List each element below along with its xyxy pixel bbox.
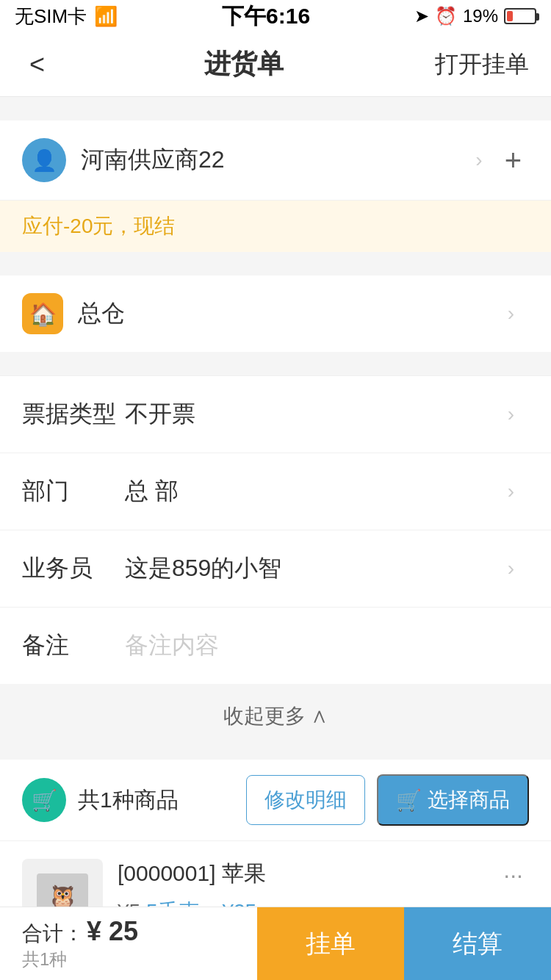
edit-detail-button[interactable]: 修改明细 xyxy=(246,775,365,825)
total-amount: ¥ 25 xyxy=(87,916,138,947)
warehouse-section: 🏠 总仓 › xyxy=(0,275,551,352)
battery-text: 19% xyxy=(463,6,498,26)
product-code: [0000001] xyxy=(118,861,215,885)
total-count: 共1种 xyxy=(22,948,235,971)
hang-button[interactable]: 挂单 xyxy=(257,907,404,981)
supplier-section: 👤 河南供应商22 › + 应付-20元，现结 xyxy=(0,120,551,252)
invoice-label: 票据类型 xyxy=(22,398,125,430)
collapse-button[interactable]: 收起更多 ∧ xyxy=(0,685,551,748)
add-button[interactable]: + xyxy=(497,144,529,177)
product-count: 共1种商品 xyxy=(78,785,234,815)
supplier-name: 河南供应商22 xyxy=(81,144,475,176)
location-icon: ➤ xyxy=(414,6,429,26)
total-label: 合计： xyxy=(22,920,84,948)
open-pending-button[interactable]: 打开挂单 xyxy=(435,48,529,81)
product-header: 🛒 共1种商品 修改明细 🛒 选择商品 xyxy=(0,760,551,840)
bottom-bar: 合计： ¥ 25 共1种 挂单 结算 xyxy=(0,907,551,980)
status-time: 下午6:16 xyxy=(222,1,310,32)
warehouse-chevron-icon: › xyxy=(508,302,514,325)
remark-label: 备注 xyxy=(22,630,125,662)
nav-bar: < 进货单 打开挂单 xyxy=(0,32,551,97)
divider-3 xyxy=(0,352,551,364)
invoice-value: 不开票 xyxy=(125,398,508,430)
warehouse-name: 总仓 xyxy=(78,298,508,330)
product-icon: 🛒 xyxy=(22,778,66,822)
product-name: [0000001] 苹果 xyxy=(118,859,483,889)
select-product-button[interactable]: 🛒 选择商品 xyxy=(377,774,529,826)
divider-1 xyxy=(0,97,551,109)
status-right: ➤ ⏰ 19% xyxy=(414,6,536,26)
remark-row[interactable]: 备注 备注内容 xyxy=(0,607,551,684)
select-product-label: 选择商品 xyxy=(428,786,510,814)
invoice-row[interactable]: 票据类型 不开票 › xyxy=(0,375,551,453)
alarm-icon: ⏰ xyxy=(435,6,457,26)
select-product-icon: 🛒 xyxy=(396,788,422,813)
supplier-chevron-icon: › xyxy=(475,148,482,172)
dept-value: 总 部 xyxy=(125,475,508,508)
salesman-value: 这是859的小智 xyxy=(125,552,508,585)
salesman-chevron-icon: › xyxy=(508,557,514,580)
notice-bar: 应付-20元，现结 xyxy=(0,201,551,252)
status-bar: 无SIM卡 📶 下午6:16 ➤ ⏰ 19% xyxy=(0,0,551,32)
checkout-button[interactable]: 结算 xyxy=(404,907,551,981)
supplier-avatar: 👤 xyxy=(22,138,66,182)
page-title: 进货单 xyxy=(204,46,284,82)
supplier-row: 👤 河南供应商22 › + xyxy=(0,120,551,201)
warehouse-row[interactable]: 🏠 总仓 › xyxy=(0,275,551,352)
dept-chevron-icon: › xyxy=(508,480,514,503)
battery-icon xyxy=(504,8,536,24)
status-left: 无SIM卡 📶 xyxy=(15,4,118,29)
divider-2 xyxy=(0,252,551,264)
product-title: 苹果 xyxy=(222,861,266,885)
remark-input[interactable]: 备注内容 xyxy=(125,630,529,662)
back-button[interactable]: < xyxy=(22,42,52,87)
person-icon: 👤 xyxy=(32,148,57,173)
salesman-row[interactable]: 业务员 这是859的小智 › xyxy=(0,530,551,607)
invoice-chevron-icon: › xyxy=(508,403,514,426)
total-section: 合计： ¥ 25 共1种 xyxy=(0,916,257,971)
notice-text: 应付-20元，现结 xyxy=(22,215,175,237)
dept-row[interactable]: 部门 总 部 › xyxy=(0,453,551,530)
warehouse-icon: 🏠 xyxy=(22,293,63,334)
cart-icon: 🛒 xyxy=(32,788,57,813)
form-section: 票据类型 不开票 › 部门 总 部 › 业务员 这是859的小智 › 备注 备注… xyxy=(0,375,551,684)
salesman-label: 业务员 xyxy=(22,552,125,585)
carrier-text: 无SIM卡 xyxy=(15,4,87,29)
more-button[interactable]: ··· xyxy=(497,859,529,892)
dept-label: 部门 xyxy=(22,475,125,508)
wifi-icon: 📶 xyxy=(94,5,118,28)
